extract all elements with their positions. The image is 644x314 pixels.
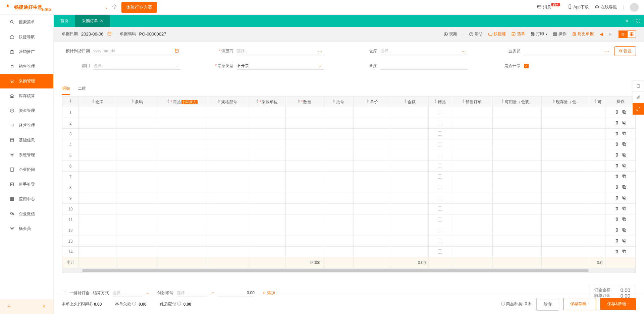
invoice-type-input[interactable]	[237, 62, 324, 70]
print-link[interactable]: 打印▾	[530, 31, 547, 37]
sidebar-item-vip[interactable]: 畅会员	[0, 221, 53, 236]
gift-checkbox[interactable]	[438, 228, 442, 232]
sidebar-item-system[interactable]: 系统管理	[0, 147, 53, 162]
gift-checkbox[interactable]	[438, 217, 442, 222]
calendar-icon[interactable]	[174, 48, 179, 54]
copy-row-icon[interactable]	[622, 143, 627, 147]
table-row[interactable]: 1	[62, 107, 636, 118]
info-icon[interactable]	[501, 301, 505, 307]
gift-checkbox[interactable]	[438, 110, 442, 114]
col-header[interactable]: ▲▼*商品扫码录入	[158, 97, 207, 107]
settings-icon[interactable]	[7, 304, 11, 310]
view-card-icon[interactable]	[627, 30, 636, 38]
delete-row-icon[interactable]	[614, 175, 619, 180]
table-row[interactable]: 6	[62, 161, 636, 172]
table-row[interactable]: 4	[62, 139, 636, 150]
info-icon[interactable]	[177, 301, 181, 307]
save-new-button[interactable]: 保存&新增 ˄	[600, 298, 636, 310]
col-header[interactable]: ▲▼条码	[116, 97, 158, 107]
sidebar-item-funds[interactable]: ¥资金管理	[0, 103, 53, 118]
sidebar-item-collab[interactable]: 企业协同	[0, 162, 53, 177]
gift-checkbox[interactable]	[438, 121, 442, 125]
help-link[interactable]: ?帮助	[469, 31, 483, 37]
history-link[interactable]: 历史单据	[572, 31, 594, 37]
col-header[interactable]: ▲▼可用量（包装）	[492, 97, 541, 107]
gift-checkbox[interactable]	[438, 249, 442, 254]
delete-row-icon[interactable]	[614, 229, 619, 233]
sidebar-item-inventory[interactable]: 库存核算	[0, 88, 53, 103]
discard-button[interactable]: 放弃	[536, 298, 559, 311]
dept-input[interactable]	[93, 62, 180, 70]
collapse-icon[interactable]	[42, 304, 47, 310]
delete-row-icon[interactable]	[614, 143, 619, 147]
chevron-down-icon[interactable]: ⌄	[176, 64, 179, 68]
table-row[interactable]: 11	[62, 214, 636, 225]
horizontal-scrollbar[interactable]	[62, 268, 636, 273]
tab-purchase-order[interactable]: 采购订单✕	[75, 15, 110, 27]
copy-row-icon[interactable]	[622, 121, 627, 126]
copy-row-icon[interactable]	[622, 153, 627, 158]
copy-row-icon[interactable]	[622, 218, 627, 223]
col-header[interactable]: ▲▼批号	[323, 97, 354, 107]
col-header[interactable]: ▲▼现存量（包...	[541, 97, 590, 107]
sidebar-item-marketing[interactable]: 营销推广	[0, 44, 53, 59]
date-value[interactable]: 2023-06-06	[81, 32, 104, 37]
col-header[interactable]: ▲▼金额	[391, 97, 428, 107]
gift-checkbox[interactable]	[438, 185, 442, 189]
gift-checkbox[interactable]	[438, 196, 442, 200]
is-invoice-checkbox[interactable]: ✓	[524, 64, 529, 68]
delete-row-icon[interactable]	[614, 111, 619, 115]
col-header[interactable]: ▲▼*采购单位	[248, 97, 285, 107]
table-row[interactable]: 7	[62, 172, 636, 182]
settings-button[interactable]: ⚙ 设置	[614, 46, 636, 56]
info-icon[interactable]	[132, 301, 137, 307]
prev-doc-icon[interactable]: ◀	[599, 32, 603, 37]
arrive-date-input[interactable]	[93, 47, 180, 55]
delete-row-icon[interactable]	[614, 218, 619, 223]
copy-row-icon[interactable]	[622, 229, 627, 233]
copy-row-icon[interactable]	[622, 186, 627, 190]
settings-gear-icon[interactable]	[112, 4, 117, 10]
gift-checkbox[interactable]	[438, 174, 442, 179]
supplier-input[interactable]	[237, 47, 324, 55]
sidebar-item-business[interactable]: 经营管理	[0, 118, 53, 133]
more-icon[interactable]: ⋯	[605, 49, 609, 54]
gift-checkbox[interactable]	[438, 153, 442, 157]
table-row[interactable]: 8	[62, 182, 636, 193]
more-icon[interactable]: ⋯	[462, 49, 466, 54]
table-row[interactable]: 13	[62, 236, 636, 247]
copy-row-icon[interactable]	[622, 239, 627, 244]
table-row[interactable]: 14	[62, 247, 636, 257]
copy-row-icon[interactable]	[622, 250, 627, 255]
sidebar-item-appcenter[interactable]: 应用中心	[0, 192, 53, 206]
support-link[interactable]: 在线客服	[595, 4, 617, 10]
save-draft-button[interactable]: 保存草稿 ˄	[563, 298, 596, 310]
copy-row-icon[interactable]	[622, 175, 627, 180]
copy-row-icon[interactable]	[622, 207, 627, 212]
sidebar-item-search[interactable]: 搜索菜单	[0, 15, 53, 29]
col-header[interactable]: ▲▼单价	[353, 97, 391, 107]
table-row[interactable]: 12	[62, 225, 636, 236]
delete-row-icon[interactable]	[614, 121, 619, 126]
delete-row-icon[interactable]	[614, 207, 619, 212]
remark-input[interactable]	[380, 62, 468, 70]
dock-attach-icon[interactable]	[633, 92, 644, 103]
user-avatar[interactable]	[630, 3, 639, 12]
sidebar-item-purchase[interactable]: 采购管理	[0, 74, 53, 88]
delete-row-icon[interactable]	[614, 196, 619, 201]
gift-checkbox[interactable]	[438, 142, 442, 146]
delete-row-icon[interactable]	[614, 186, 619, 190]
warehouse-input[interactable]	[380, 47, 468, 55]
fullscreen-icon[interactable]	[633, 15, 644, 27]
sidebar-item-basedata[interactable]: 基础信息	[0, 133, 53, 147]
delete-row-icon[interactable]	[614, 164, 619, 169]
col-header[interactable]: ▲▼规格型号	[207, 97, 248, 107]
sidebar-item-wechat[interactable]: 企业微信	[0, 206, 53, 221]
sidebar-item-sales[interactable]: 销售管理	[0, 59, 53, 74]
tab-home[interactable]: 首页	[54, 15, 75, 27]
table-row[interactable]: 5	[62, 150, 636, 161]
ops-link[interactable]: 操作	[553, 31, 567, 37]
sidebar-item-guide[interactable]: 新手引导	[0, 177, 53, 192]
salesperson-input[interactable]	[524, 47, 611, 55]
col-settings[interactable]	[62, 97, 79, 107]
